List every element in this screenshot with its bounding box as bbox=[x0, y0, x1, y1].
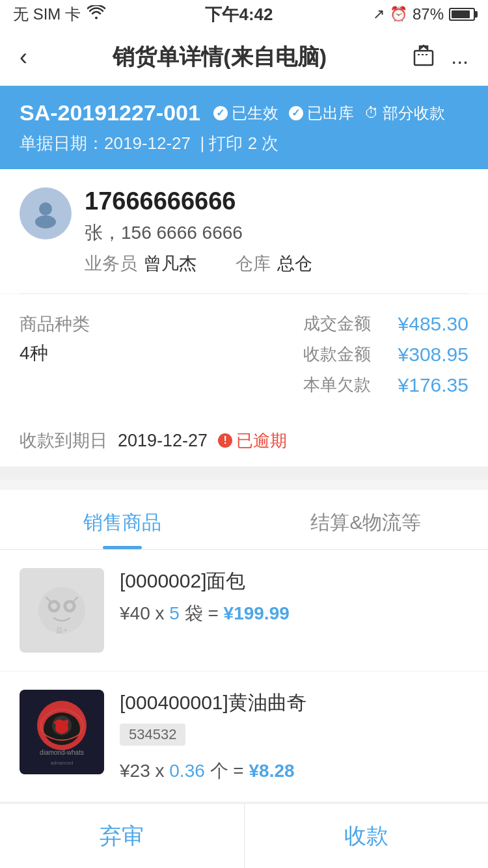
check-icon-1: ✓ bbox=[213, 106, 228, 120]
order-date: 单据日期：2019-12-27 | 打印 2 次 bbox=[20, 132, 468, 155]
order-header: SA-20191227-001 ✓ 已生效 ✓ 已出库 ⏱ 部分收款 单据日期：… bbox=[0, 86, 488, 169]
product-image-1: 益+ bbox=[20, 568, 104, 653]
status-bar-left: 无 SIM 卡 bbox=[13, 4, 105, 25]
image-placeholder-2: diamond-whats advanced bbox=[20, 690, 104, 774]
warehouse: 仓库 总仓 bbox=[236, 252, 312, 275]
status-bar-time: 下午4:42 bbox=[205, 3, 273, 26]
received-amount-row: 收款金额 ¥308.95 bbox=[303, 343, 468, 366]
deal-amount-label: 成交金额 bbox=[303, 312, 371, 335]
received-label: 收款金额 bbox=[303, 343, 371, 366]
export-button[interactable] bbox=[412, 43, 435, 72]
svg-text:diamond-whats: diamond-whats bbox=[40, 749, 84, 756]
overdue-icon: ! bbox=[218, 433, 232, 448]
product-info-1: [0000002]面包 ¥40 x 5 袋 = ¥199.99 bbox=[120, 568, 468, 626]
badge-activated: ✓ 已生效 bbox=[213, 103, 278, 124]
due-date-label: 收款到期日 bbox=[20, 429, 107, 452]
product-total-2: ¥8.28 bbox=[249, 761, 294, 781]
avatar bbox=[20, 187, 72, 239]
product-price-line-1: ¥40 x 5 袋 = ¥199.99 bbox=[120, 601, 468, 626]
product-name-2: [000400001]黄油曲奇 bbox=[120, 690, 468, 716]
order-badges: ✓ 已生效 ✓ 已出库 ⏱ 部分收款 bbox=[213, 103, 445, 124]
svg-point-2 bbox=[39, 202, 52, 215]
customer-meta: 业务员 曾凡杰 仓库 总仓 bbox=[85, 252, 468, 275]
overdue-text: 已逾期 bbox=[236, 429, 287, 452]
customer-info: 17666666666 张，156 6666 6666 业务员 曾凡杰 仓库 总… bbox=[85, 187, 468, 275]
status-bar: 无 SIM 卡 下午4:42 ↗ ⏰ 87% bbox=[0, 0, 488, 29]
owed-amount-row: 本单欠款 ¥176.35 bbox=[303, 373, 468, 396]
collect-payment-button[interactable]: 收款 bbox=[245, 804, 489, 868]
back-button[interactable]: ‹ bbox=[20, 44, 27, 71]
product-qty-1: 5 bbox=[169, 603, 180, 623]
product-total-1: ¥199.99 bbox=[224, 603, 290, 623]
product-sku-2: 534532 bbox=[120, 724, 185, 746]
clock-icon: ⏱ bbox=[364, 105, 379, 122]
svg-point-3 bbox=[35, 215, 56, 228]
more-button[interactable]: ... bbox=[451, 45, 468, 69]
alarm-icon: ⏰ bbox=[390, 6, 407, 23]
tab-settlement-logistics[interactable]: 结算&物流等 bbox=[244, 490, 488, 549]
svg-text:益+: 益+ bbox=[56, 626, 68, 634]
types-value: 4种 bbox=[20, 341, 90, 366]
received-value: ¥308.95 bbox=[384, 344, 468, 366]
product-name-1: [0000002]面包 bbox=[120, 568, 468, 595]
order-id: SA-20191227-001 bbox=[20, 100, 200, 126]
badge-shipped: ✓ 已出库 bbox=[289, 103, 354, 124]
nav-actions: ... bbox=[412, 43, 468, 72]
tab-sales-products[interactable]: 销售商品 bbox=[0, 490, 244, 549]
svg-rect-0 bbox=[414, 51, 433, 65]
battery-icon bbox=[449, 8, 475, 21]
location-icon: ↗ bbox=[373, 6, 385, 23]
svg-point-7 bbox=[51, 603, 57, 610]
customer-id: 17666666666 bbox=[85, 187, 468, 215]
tabs-section: 销售商品 结算&物流等 bbox=[0, 490, 488, 550]
deal-amount-value: ¥485.30 bbox=[384, 313, 468, 335]
list-item: diamond-whats advanced [000400001]黄油曲奇 5… bbox=[0, 671, 488, 802]
overdue-badge: ! 已逾期 bbox=[218, 429, 287, 452]
due-date-section: 收款到期日 2019-12-27 ! 已逾期 bbox=[0, 414, 488, 467]
carrier-text: 无 SIM 卡 bbox=[13, 4, 81, 25]
product-price-line-2: ¥23 x 0.36 个 = ¥8.28 bbox=[120, 759, 468, 783]
page-title: 销货单详情(来自电脑) bbox=[113, 42, 327, 72]
check-icon-2: ✓ bbox=[289, 106, 303, 120]
types-label: 商品种类 bbox=[20, 312, 90, 336]
product-list: 益+ [0000002]面包 ¥40 x 5 袋 = ¥199.99 bbox=[0, 550, 488, 802]
svg-text:advanced: advanced bbox=[51, 760, 74, 766]
owed-label: 本单欠款 bbox=[303, 373, 371, 396]
product-info-2: [000400001]黄油曲奇 534532 ¥23 x 0.36 个 = ¥8… bbox=[120, 690, 468, 783]
deal-amount-row: 成交金额 ¥485.30 bbox=[303, 312, 468, 335]
image-placeholder-1: 益+ bbox=[20, 568, 104, 653]
summary-section: 商品种类 4种 成交金额 ¥485.30 收款金额 ¥308.95 本单欠款 ¥… bbox=[0, 294, 488, 414]
due-date-value: 2019-12-27 bbox=[118, 431, 208, 451]
customer-name: 张，156 6666 6666 bbox=[85, 221, 468, 245]
tabs: 销售商品 结算&物流等 bbox=[0, 490, 488, 549]
summary-right: 成交金额 ¥485.30 收款金额 ¥308.95 本单欠款 ¥176.35 bbox=[303, 312, 468, 396]
abandon-review-button[interactable]: 弃审 bbox=[0, 804, 245, 868]
product-qty-2: 0.36 bbox=[169, 761, 205, 781]
owed-value: ¥176.35 bbox=[384, 374, 468, 396]
sales-rep: 业务员 曾凡杰 bbox=[85, 252, 197, 275]
status-bar-right: ↗ ⏰ 87% bbox=[373, 5, 475, 23]
customer-section: 17666666666 张，156 6666 6666 业务员 曾凡杰 仓库 总… bbox=[0, 169, 488, 293]
nav-bar: ‹ 销货单详情(来自电脑) ... bbox=[0, 29, 488, 86]
list-item: 益+ [0000002]面包 ¥40 x 5 袋 = ¥199.99 bbox=[0, 550, 488, 671]
bottom-bar: 弃审 收款 bbox=[0, 803, 488, 868]
product-image-2: diamond-whats advanced bbox=[20, 690, 104, 774]
wifi-icon bbox=[87, 5, 105, 23]
svg-point-8 bbox=[66, 603, 73, 610]
summary-left: 商品种类 4种 bbox=[20, 312, 90, 366]
badge-partial-payment: ⏱ 部分收款 bbox=[364, 103, 445, 124]
battery-text: 87% bbox=[413, 5, 444, 23]
